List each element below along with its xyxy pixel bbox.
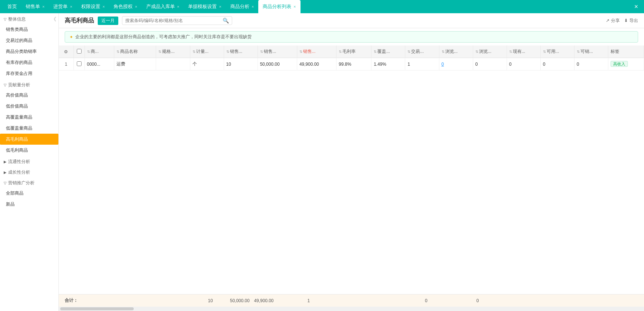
col-usable[interactable]: ⇅可用... <box>540 46 574 58</box>
sort-icon: ⇅ <box>260 50 263 54</box>
col-sellable[interactable]: ⇅可销... <box>574 46 608 58</box>
row-browse1[interactable]: 0 <box>439 58 473 70</box>
col-browse1[interactable]: ⇅浏览... <box>439 46 473 58</box>
col-coverage[interactable]: ⇅覆盖... <box>371 46 405 58</box>
sidebar-item-all-goods[interactable]: 全部商品 <box>0 188 58 199</box>
close-sales-tab[interactable]: × <box>42 4 44 9</box>
nav-template[interactable]: 单据模板设置 × <box>184 0 226 13</box>
data-table: ⚙ ⇅商... ⇅商品名称 ⇅规格... ⇅计量... ⇅销售... ⇅销售..… <box>59 46 644 70</box>
sidebar-item-high-value[interactable]: 高价值商品 <box>0 90 58 101</box>
col-sales2[interactable]: ⇅销售... <box>258 46 297 58</box>
col-current[interactable]: ⇅现有... <box>507 46 540 58</box>
nav-analysis-list[interactable]: 商品分析列表 × <box>258 0 300 13</box>
col-code[interactable]: ⇅商... <box>84 46 114 58</box>
row-sales1: 10 <box>224 58 258 70</box>
search-icon[interactable]: 🔍 <box>223 18 229 23</box>
sidebar-item-stock-capital[interactable]: 库存资金占用 <box>0 68 58 79</box>
info-banner: ✦ 企业的主要的利润都是这部分商品创造的，可考虑加大推广，同时关注库存是不要出现… <box>65 31 638 43</box>
sort-icon: ⇅ <box>475 50 478 54</box>
sidebar: 《 ▽ 整体信息 销售类商品 交易过的商品 商品分类助销率 有库存的商品 库存资… <box>0 13 59 311</box>
col-settings[interactable]: ⚙ <box>59 46 73 58</box>
nav-product-in[interactable]: 产成品入库单 × <box>142 0 184 13</box>
scrollbar-thumb[interactable] <box>60 307 134 310</box>
share-button[interactable]: ↗ 分享 <box>606 18 620 24</box>
sidebar-group-contribution[interactable]: ▽ 贡献量分析 <box>0 79 58 90</box>
footer-sales1: 10 <box>206 298 228 303</box>
sidebar-item-category-assist[interactable]: 商品分类助销率 <box>0 46 58 57</box>
period-button[interactable]: 近一月 <box>98 17 118 25</box>
sidebar-group-overall[interactable]: ▽ 整体信息 <box>0 13 58 24</box>
sidebar-item-high-coverage[interactable]: 高覆盖量商品 <box>0 112 58 123</box>
nav-purchase[interactable]: 进货单 × <box>49 0 76 13</box>
export-icon: ⬇ <box>624 18 628 23</box>
sidebar-group-flow[interactable]: ▶ 流通性分析 <box>0 156 58 166</box>
nav-sales[interactable]: 销售单 × <box>21 0 49 13</box>
close-template-tab[interactable]: × <box>219 4 221 9</box>
footer-empty1: 1 <box>305 298 327 303</box>
col-transaction[interactable]: ⇅交易... <box>405 46 439 58</box>
select-all-checkbox[interactable] <box>77 49 82 54</box>
close-role-tab[interactable]: × <box>135 4 137 9</box>
horizontal-scrollbar[interactable] <box>59 307 644 311</box>
close-permission-tab[interactable]: × <box>102 4 105 9</box>
close-purchase-tab[interactable]: × <box>70 4 72 9</box>
sidebar-collapse-btn[interactable]: 《 <box>51 16 56 23</box>
col-name[interactable]: ⇅商品名称 <box>114 46 156 58</box>
row-num: 1 <box>59 58 73 70</box>
footer-usable: 0 <box>474 298 496 303</box>
search-box: 🔍 <box>122 16 232 25</box>
row-name: 运费 <box>114 58 156 70</box>
search-input[interactable] <box>125 18 223 23</box>
col-browse2[interactable]: ⇅浏览... <box>473 46 507 58</box>
col-unit[interactable]: ⇅计量... <box>190 46 224 58</box>
top-nav: 首页 销售单 × 进货单 × 权限设置 × 角色授权 × 产成品入库单 × 单据… <box>0 0 644 13</box>
nav-permission[interactable]: 权限设置 × <box>77 0 109 13</box>
table-container[interactable]: ⚙ ⇅商... ⇅商品名称 ⇅规格... ⇅计量... ⇅销售... ⇅销售..… <box>59 46 644 294</box>
sidebar-group-growth[interactable]: ▶ 成长性分析 <box>0 166 58 177</box>
sidebar-item-sales-goods[interactable]: 销售类商品 <box>0 24 58 35</box>
footer-current: 0 <box>423 298 445 303</box>
nav-home[interactable]: 首页 <box>3 0 21 13</box>
nav-role[interactable]: 角色授权 × <box>109 0 141 13</box>
table-header-row: ⚙ ⇅商... ⇅商品名称 ⇅规格... ⇅计量... ⇅销售... ⇅销售..… <box>59 46 644 58</box>
sort-icon: ⇅ <box>299 50 302 54</box>
row-spec <box>156 58 190 70</box>
col-spec[interactable]: ⇅规格... <box>156 46 190 58</box>
sort-icon: ⇅ <box>442 50 445 54</box>
sidebar-item-low-margin[interactable]: 低毛利商品 <box>0 145 58 156</box>
row-checkbox[interactable] <box>73 58 84 70</box>
col-sales1[interactable]: ⇅销售... <box>224 46 258 58</box>
close-analysis-list-tab[interactable]: × <box>294 4 296 9</box>
row-sales2: 50,000.00 <box>258 58 297 70</box>
arrow-flow: ▶ <box>4 160 7 164</box>
arrow-overall: ▽ <box>4 17 7 21</box>
row-select-checkbox[interactable] <box>77 61 82 66</box>
row-usable: 0 <box>540 58 574 70</box>
row-gross: 99.8% <box>337 58 371 70</box>
col-checkbox[interactable] <box>73 46 84 58</box>
row-coverage: 1.49% <box>371 58 405 70</box>
footer-label: 合计： <box>65 297 78 304</box>
close-analysis-tab[interactable]: × <box>252 4 254 9</box>
row-unit: 个 <box>190 58 224 70</box>
sort-icon: ⇅ <box>116 50 119 54</box>
col-sales3[interactable]: ⇅销售... <box>297 46 336 58</box>
row-code: 0000... <box>84 58 114 70</box>
footer-sales3: 49,900.00 <box>252 298 276 303</box>
sidebar-item-low-coverage[interactable]: 低覆盖量商品 <box>0 123 58 134</box>
row-transaction: 1 <box>405 58 439 70</box>
col-gross[interactable]: ⇅毛利率 <box>337 46 371 58</box>
nav-analysis[interactable]: 商品分析 × <box>226 0 258 13</box>
sidebar-group-marketing[interactable]: ▽ 营销推广分析 <box>0 177 58 188</box>
col-tag[interactable]: 标签 <box>608 46 644 58</box>
sidebar-item-high-margin[interactable]: 高毛利商品 <box>0 134 58 145</box>
sidebar-item-stocked-goods[interactable]: 有库存的商品 <box>0 57 58 68</box>
sidebar-item-new-goods[interactable]: 新品 <box>0 199 58 210</box>
sidebar-item-traded-goods[interactable]: 交易过的商品 <box>0 35 58 46</box>
close-product-in-tab[interactable]: × <box>177 4 179 9</box>
export-button[interactable]: ⬇ 导出 <box>624 18 638 24</box>
sidebar-item-low-value[interactable]: 低价值商品 <box>0 101 58 112</box>
table-footer: 合计： 10 50,000.00 49,900.00 1 0 0 <box>59 294 644 307</box>
close-window-btn[interactable]: × <box>631 3 641 11</box>
sort-icon: ⇅ <box>374 50 377 54</box>
